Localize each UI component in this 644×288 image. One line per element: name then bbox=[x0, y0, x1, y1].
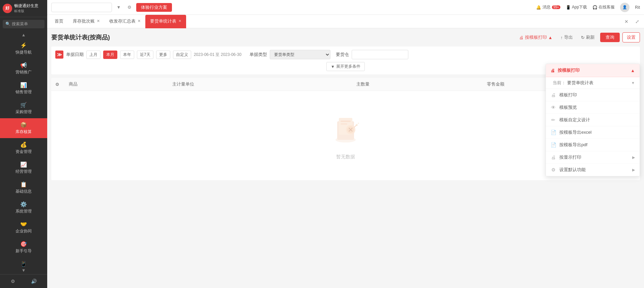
print-dropdown-arrow: ▲ bbox=[548, 35, 553, 40]
template-preview-label: 模板预览 bbox=[559, 104, 577, 110]
date-btn-more[interactable]: 更多 bbox=[156, 51, 170, 59]
date-filter-label: 单据日期 bbox=[66, 52, 84, 58]
user-name[interactable]: Rit bbox=[635, 5, 640, 10]
base-info-icon: 📋 bbox=[20, 181, 27, 188]
system-icon: ⚙️ bbox=[20, 201, 27, 207]
tab-order-stats-close[interactable]: ✕ bbox=[178, 19, 181, 23]
dropdown-menu: 🖨 按模板打印 ▲ 当前： 要货单统计表 ▼ 🖨 模板打印 👁 bbox=[546, 64, 640, 177]
page-title: 要货单统计表(按商品) bbox=[51, 33, 110, 41]
dropdown-item-template-excel[interactable]: 📄 按模板导出excel bbox=[546, 126, 640, 139]
sidebar-scroll-up[interactable]: ▲ bbox=[0, 31, 47, 39]
topbar-gear-btn[interactable]: ⚙ bbox=[125, 3, 134, 11]
template-print-label: 模板打印 bbox=[559, 92, 577, 98]
template-design-label: 模板自定义设计 bbox=[559, 117, 590, 123]
sidebar-item-marketing[interactable]: 📢 营销推广 bbox=[0, 59, 47, 78]
dropdown-header-left: 🖨 按模板打印 bbox=[551, 67, 580, 73]
sidebar-item-sales[interactable]: 📊 销售管理 bbox=[0, 78, 47, 98]
topbar-search-input[interactable] bbox=[51, 3, 112, 12]
phone-icon: 📱 bbox=[566, 5, 571, 10]
tab-inventory-batch-label: 库存批次账 bbox=[73, 18, 95, 24]
sidebar-item-base-info[interactable]: 📋 基础信息 bbox=[0, 178, 47, 198]
date-btn-7days[interactable]: 近7天 bbox=[137, 51, 153, 59]
window-expand-btn[interactable]: ⤢ bbox=[633, 18, 641, 26]
dropdown-current-item[interactable]: 当前： 要货单统计表 ▼ bbox=[546, 77, 640, 89]
tab-home[interactable]: 首页 bbox=[50, 15, 68, 28]
tab-inventory-batch[interactable]: 库存批次账 ✕ bbox=[68, 15, 105, 28]
order-type-select[interactable]: 要货单类型 bbox=[270, 50, 330, 59]
notification-label: 消息 bbox=[543, 4, 551, 10]
dropdown-item-template-pdf[interactable]: 📄 按模板导出pdf bbox=[546, 139, 640, 151]
filter-row: ≫ 单据日期 上月 本月 本年 近7天 更多 自定义 2023-06-01 至 … bbox=[55, 50, 636, 59]
guide-icon: 🎯 bbox=[20, 241, 27, 247]
printer-header-icon: 🖨 bbox=[551, 68, 555, 73]
tab-receipt-summary[interactable]: 收发存汇总表 ✕ bbox=[105, 15, 145, 28]
print-template-btn[interactable]: 🖨 按模板打印 ▲ bbox=[517, 33, 555, 42]
dropdown-item-set-default[interactable]: ⚙ 设置默认功能 ▶ bbox=[546, 164, 640, 176]
sidebar-scroll-down[interactable]: ▼ bbox=[0, 266, 47, 274]
sidebar-item-purchase[interactable]: 🛒 采购管理 bbox=[0, 98, 47, 118]
sidebar-item-app-center[interactable]: 📱 应用中心 bbox=[0, 257, 47, 266]
sidebar-item-inventory[interactable]: 📦 库存核算 bbox=[0, 118, 47, 138]
dropdown-item-template-preview[interactable]: 👁 模板预览 bbox=[546, 101, 640, 114]
dropdown-collapse-btn[interactable]: ▲ bbox=[631, 68, 635, 73]
export-btn[interactable]: ↑ 导出 bbox=[558, 33, 576, 42]
query-btn[interactable]: 查询 bbox=[600, 33, 620, 42]
filter-expand-icon[interactable]: ≫ bbox=[55, 51, 63, 59]
column-settings-icon[interactable]: ⚙ bbox=[55, 82, 59, 87]
page-header: 要货单统计表(按商品) 🖨 按模板打印 ▲ ↑ 导出 ↻ 刷新 查询 设置 bbox=[51, 32, 640, 42]
trial-btn[interactable]: 体验行业方案 bbox=[136, 3, 172, 12]
sidebar: 好 畅捷通好生意 标准版 🔍 搜索菜单 ▲ ⚡ 快捷导航 📢 营销推广 📊 销售… bbox=[0, 0, 47, 288]
page-actions: 🖨 按模板打印 ▲ ↑ 导出 ↻ 刷新 查询 设置 bbox=[517, 32, 640, 42]
sidebar-item-system[interactable]: ⚙️ 系统管理 bbox=[0, 198, 47, 218]
sidebar-item-finance[interactable]: 💰 资金管理 bbox=[0, 138, 47, 158]
app-download-btn[interactable]: 📱 App下载 bbox=[566, 4, 587, 10]
sidebar-item-collab[interactable]: 🤝 企业协同 bbox=[0, 218, 47, 237]
notification-badge: 99+ bbox=[552, 5, 560, 9]
col-quantity: 主数量 bbox=[352, 78, 483, 91]
topbar: ▼ ⚙ 体验行业方案 🔔 消息 99+ 📱 App下载 🎧 在线客服 👤 Rit bbox=[47, 0, 644, 15]
notification-btn[interactable]: 🔔 消息 99+ bbox=[536, 4, 560, 10]
empty-svg bbox=[329, 111, 362, 145]
template-preview-icon: 👁 bbox=[551, 105, 556, 110]
tab-order-stats[interactable]: 要货单统计表 ✕ bbox=[145, 15, 186, 28]
user-avatar[interactable]: 👤 bbox=[620, 3, 630, 12]
online-service-label: 在线客服 bbox=[598, 4, 615, 10]
sidebar-item-quick-nav[interactable]: ⚡ 快捷导航 bbox=[0, 39, 47, 59]
dropdown-item-display-print[interactable]: 🖨 按显示打印 ▶ bbox=[546, 151, 640, 164]
sidebar-item-operations[interactable]: 📈 经营管理 bbox=[0, 158, 47, 178]
topbar-dropdown-btn[interactable]: ▼ bbox=[115, 3, 123, 11]
display-print-left: 🖨 按显示打印 bbox=[551, 154, 581, 160]
expand-more-label: 展开更多条件 bbox=[336, 64, 360, 69]
date-btn-last-month[interactable]: 上月 bbox=[86, 51, 100, 59]
app-edition: 标准版 bbox=[14, 9, 38, 13]
window-close-btn[interactable]: ✕ bbox=[622, 18, 631, 26]
sidebar-item-label: 新手引导 bbox=[16, 248, 32, 254]
tab-inventory-batch-close[interactable]: ✕ bbox=[97, 19, 100, 23]
sidebar-item-guide[interactable]: 🎯 新手引导 bbox=[0, 237, 47, 257]
current-template-name: 要货单统计表 bbox=[567, 80, 593, 85]
template-excel-label: 按模板导出excel bbox=[559, 129, 591, 135]
tab-receipt-summary-close[interactable]: ✕ bbox=[138, 19, 141, 23]
expand-more-btn[interactable]: ▼ 展开更多条件 bbox=[326, 62, 365, 71]
settings-btn[interactable]: 设置 bbox=[622, 32, 640, 42]
set-default-label: 设置默认功能 bbox=[559, 167, 586, 173]
date-btn-this-year[interactable]: 本年 bbox=[120, 51, 134, 59]
set-default-chevron: ▶ bbox=[632, 168, 635, 172]
sales-icon: 📊 bbox=[20, 82, 27, 88]
audio-footer-btn[interactable]: 🔊 bbox=[30, 277, 38, 285]
sidebar-search[interactable]: 🔍 搜索菜单 bbox=[3, 20, 45, 28]
refresh-btn[interactable]: ↻ 刷新 bbox=[578, 33, 597, 42]
settings-footer-btn[interactable]: ⚙ bbox=[9, 277, 17, 285]
dropdown-header[interactable]: 🖨 按模板打印 ▲ bbox=[546, 64, 640, 77]
template-pdf-label: 按模板导出pdf bbox=[559, 142, 587, 148]
date-btn-custom[interactable]: 自定义 bbox=[173, 51, 191, 59]
dropdown-item-template-print[interactable]: 🖨 模板打印 bbox=[546, 89, 640, 101]
online-service-btn[interactable]: 🎧 在线客服 bbox=[592, 4, 615, 10]
dropdown-item-template-design[interactable]: ✏ 模板自定义设计 bbox=[546, 114, 640, 126]
col-product: 商品 bbox=[65, 78, 168, 91]
date-btn-this-month[interactable]: 本月 bbox=[103, 51, 117, 59]
sidebar-footer: ⚙ 🔊 bbox=[0, 274, 47, 288]
required-goods-input[interactable] bbox=[352, 50, 408, 59]
col-settings[interactable]: ⚙ bbox=[51, 78, 65, 91]
operations-icon: 📈 bbox=[20, 161, 27, 168]
